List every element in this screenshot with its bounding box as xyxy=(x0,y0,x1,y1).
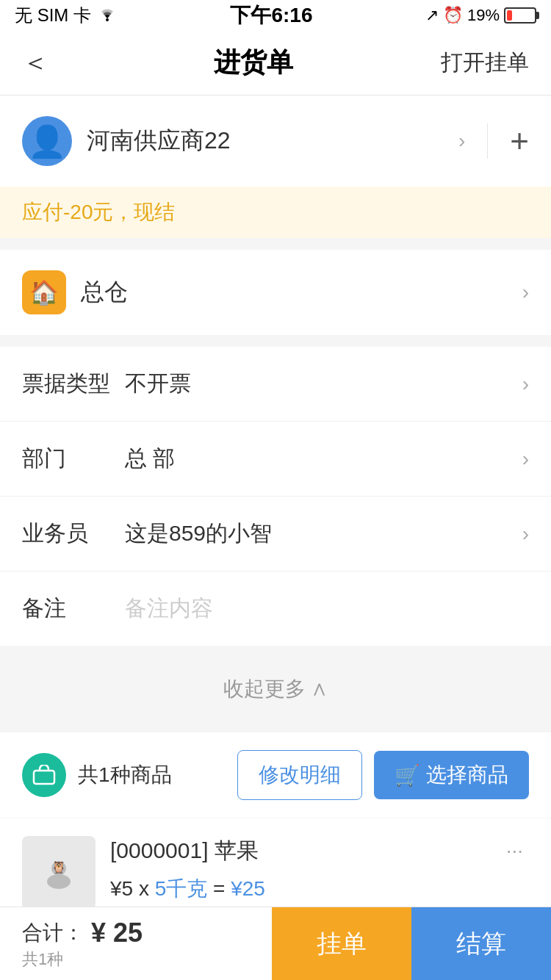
product-thumbnail: 🦉 xyxy=(22,836,96,909)
alert-banner: 应付-20元，现结 xyxy=(0,187,551,238)
product-more-button[interactable]: ··· xyxy=(500,836,529,865)
product-header: 共1种商品 修改明细 🛒 选择商品 xyxy=(0,732,551,818)
dept-chevron-icon: › xyxy=(522,447,529,471)
battery-percent: 19% xyxy=(467,6,500,25)
status-time: 下午6:16 xyxy=(230,1,312,29)
dept-row[interactable]: 部门 总 部 › xyxy=(0,422,551,497)
dept-value: 总 部 xyxy=(125,444,522,474)
sales-chevron-icon: › xyxy=(522,522,529,546)
supplier-name: 河南供应商22 xyxy=(87,125,458,157)
page-title: 进货单 xyxy=(214,45,293,81)
open-hang-button[interactable]: 打开挂单 xyxy=(441,48,529,78)
svg-text:🦉: 🦉 xyxy=(51,860,66,874)
alarm-icon: ⏰ xyxy=(443,6,463,25)
product-price: ¥5 x 5千克 = ¥25 xyxy=(110,875,500,903)
wifi-icon xyxy=(97,5,118,26)
total-sub: 共1种 xyxy=(22,948,250,970)
alert-text: 应付-20元，现结 xyxy=(22,201,175,223)
svg-point-3 xyxy=(47,874,71,889)
select-product-button[interactable]: 🛒 选择商品 xyxy=(374,751,529,799)
invoice-row[interactable]: 票据类型 不开票 › xyxy=(0,347,551,422)
invoice-chevron-icon: › xyxy=(522,372,529,396)
svg-point-0 xyxy=(106,18,109,21)
supplier-row[interactable]: 👤 河南供应商22 › + xyxy=(0,96,551,187)
multiply-icon: x xyxy=(139,877,155,900)
checkout-button[interactable]: 结算 xyxy=(411,907,551,980)
total-section: 合计： ¥ 25 共1种 xyxy=(0,907,272,980)
warehouse-name: 总仓 xyxy=(81,276,522,309)
total-amount: ¥ 25 xyxy=(91,918,143,948)
collapse-label: 收起更多 ∧ xyxy=(223,677,328,700)
supplier-card: 👤 河南供应商22 › + 应付-20元，现结 xyxy=(0,96,551,238)
warehouse-card[interactable]: 🏠 总仓 › xyxy=(0,250,551,335)
sales-value: 这是859的小智 xyxy=(125,519,522,549)
select-product-label: 选择商品 xyxy=(426,761,508,789)
back-button[interactable]: ＜ xyxy=(22,45,66,81)
price-value: ¥5 xyxy=(110,877,133,900)
sales-label: 业务员 xyxy=(22,519,110,549)
product-info: [0000001] 苹果 ¥5 x 5千克 = ¥25 xyxy=(110,836,500,903)
collapse-row[interactable]: 收起更多 ∧ xyxy=(0,657,551,721)
status-left: 无 SIM 卡 xyxy=(15,4,118,27)
supplier-avatar: 👤 xyxy=(22,116,72,166)
remark-input[interactable]: 备注内容 xyxy=(125,594,529,624)
edit-detail-button[interactable]: 修改明细 xyxy=(237,750,362,800)
content-area: 👤 河南供应商22 › + 应付-20元，现结 🏠 总仓 › 票据类型 不开票 … xyxy=(0,96,551,980)
warehouse-icon: 🏠 xyxy=(22,270,66,314)
sales-row[interactable]: 业务员 这是859的小智 › xyxy=(0,497,551,572)
location-icon: ↗ xyxy=(425,6,439,25)
product-count-icon xyxy=(22,753,66,797)
divider xyxy=(487,123,488,159)
supplier-right: › + xyxy=(458,123,529,159)
add-supplier-button[interactable]: + xyxy=(510,125,529,157)
warehouse-chevron-icon: › xyxy=(522,281,529,304)
hang-button[interactable]: 挂单 xyxy=(272,907,411,980)
invoice-value: 不开票 xyxy=(125,369,522,399)
status-right: ↗ ⏰ 19% xyxy=(425,6,536,25)
bottom-bar: 合计： ¥ 25 共1种 挂单 结算 xyxy=(0,907,551,980)
dept-label: 部门 xyxy=(22,444,110,474)
total-label-text: 合计： xyxy=(22,919,84,947)
svg-rect-1 xyxy=(34,771,54,784)
invoice-label: 票据类型 xyxy=(22,369,110,399)
battery-icon xyxy=(504,7,536,24)
product-count-text: 共1种商品 xyxy=(78,761,237,789)
remark-label: 备注 xyxy=(22,594,110,624)
remark-row[interactable]: 备注 备注内容 xyxy=(0,572,551,646)
equals-sign: = xyxy=(213,877,231,900)
chevron-right-icon: › xyxy=(458,129,465,153)
total-value: ¥25 xyxy=(231,877,265,900)
form-card: 票据类型 不开票 › 部门 总 部 › 业务员 这是859的小智 › 备注 备注… xyxy=(0,347,551,646)
select-product-icon: 🛒 xyxy=(395,763,420,788)
nav-bar: ＜ 进货单 打开挂单 xyxy=(0,31,551,96)
total-label: 合计： ¥ 25 xyxy=(22,918,250,948)
status-bar: 无 SIM 卡 下午6:16 ↗ ⏰ 19% xyxy=(0,0,551,31)
product-name: [0000001] 苹果 xyxy=(110,836,500,866)
carrier-text: 无 SIM 卡 xyxy=(15,4,91,27)
qty-value: 5千克 xyxy=(155,877,208,900)
